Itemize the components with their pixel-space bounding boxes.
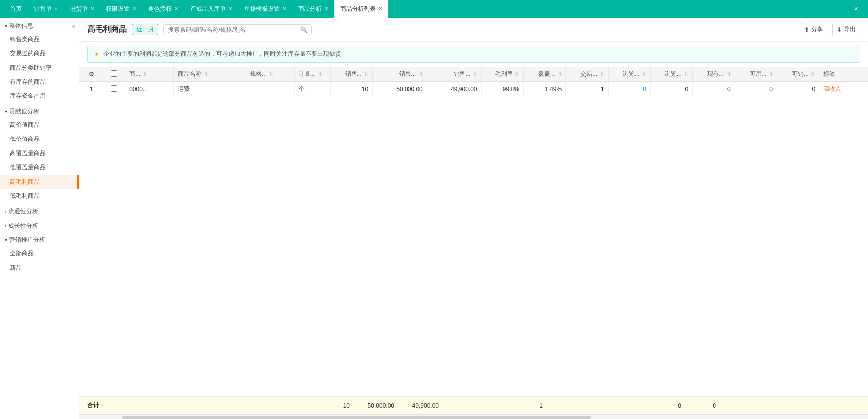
close-tab-goods-analysis-list[interactable]: × — [379, 5, 382, 12]
tab-product-in[interactable]: 产成品入库单 × — [184, 0, 238, 18]
sidebar-item-stock-goods[interactable]: 有库存的商品 — [0, 75, 79, 89]
sort-icon-spec: ⇅ — [269, 71, 273, 77]
cell-spec — [246, 82, 295, 96]
sort-icon-gross: ⇅ — [515, 71, 519, 77]
sort-icon-browse1: ⇅ — [642, 71, 646, 77]
tab-template[interactable]: 单据模板设置 × — [238, 0, 292, 18]
close-tab-goods-analysis[interactable]: × — [325, 5, 328, 12]
settings-icon[interactable]: ⚙ — [89, 71, 94, 78]
search-icon[interactable]: 🔍 — [300, 26, 307, 33]
footer-bar: 合计： 10 50,000.00 49,900.00 1 0 0 — [79, 396, 868, 414]
data-table-wrapper: ⚙ 商... ⇅ 商品名称 ⇅ — [79, 67, 868, 396]
cell-check — [103, 82, 125, 96]
col-header-sale-amt[interactable]: 销售... ⇅ — [373, 67, 427, 82]
sidebar-item-all-goods[interactable]: 全部商品 — [0, 246, 79, 261]
cell-sale-qty: 10 — [330, 82, 372, 96]
close-tab-sales[interactable]: × — [54, 5, 58, 12]
tab-goods-analysis-list[interactable]: 商品分析列表 × — [334, 0, 388, 18]
col-header-unit[interactable]: 计量... ⇅ — [294, 67, 330, 82]
cell-gross: 99.8% — [481, 82, 523, 96]
tab-home[interactable]: 首页 — [4, 0, 28, 18]
col-header-browse1[interactable]: 浏览... ⇅ — [608, 67, 650, 82]
tab-role[interactable]: 角色授权 × — [142, 0, 184, 18]
sort-icon-stock1: ⇅ — [727, 71, 731, 77]
col-header-gross[interactable]: 毛利率 ⇅ — [481, 67, 523, 82]
sort-icon-unit: ⇅ — [318, 71, 322, 77]
col-header-stock1[interactable]: 现有... ⇅ — [693, 67, 735, 82]
select-all-checkbox[interactable] — [111, 70, 117, 77]
group-arrow-circulation: › — [5, 209, 6, 214]
tab-goods-analysis[interactable]: 商品分析 × — [292, 0, 334, 18]
search-input[interactable] — [168, 26, 300, 33]
sidebar-item-low-coverage[interactable]: 低覆盖量商品 — [0, 160, 79, 175]
sidebar-item-stock-capital[interactable]: 库存资金占用 — [0, 89, 79, 103]
close-tab-permission[interactable]: × — [133, 5, 136, 12]
share-button[interactable]: ⬆ 分享 — [800, 23, 827, 36]
close-tab-product-in[interactable]: × — [229, 5, 232, 12]
col-header-code[interactable]: 商... ⇅ — [125, 67, 174, 82]
top-nav: 首页 销售单 × 进货单 × 权限设置 × 角色授权 × 产成品入库单 × 单据… — [0, 0, 868, 18]
horizontal-scrollbar[interactable] — [79, 414, 868, 419]
cell-code: 0000... — [125, 82, 174, 96]
col-header-trade[interactable]: 交易... ⇅ — [566, 67, 608, 82]
cell-num: 1 — [79, 82, 103, 96]
footer-sale-qty: 10 — [319, 402, 354, 409]
col-header-cover[interactable]: 覆盖... ⇅ — [523, 67, 565, 82]
sidebar-item-low-margin[interactable]: 低毛利商品 — [0, 189, 79, 203]
window-close-button[interactable]: × — [848, 5, 864, 13]
col-header-name[interactable]: 商品名称 ⇅ — [173, 67, 246, 82]
table-row: 1 0000... 运费 个 10 50,000.00 49,900.00 99… — [79, 82, 868, 96]
sort-icon-sale-amt: ⇅ — [419, 71, 423, 77]
tab-purchase[interactable]: 进货单 × — [64, 0, 100, 18]
col-header-spec[interactable]: 规格... ⇅ — [246, 67, 295, 82]
cell-name: 运费 — [173, 82, 246, 96]
time-filter-button[interactable]: 近一月 — [132, 24, 158, 35]
cell-stock2: 0 — [735, 82, 777, 96]
footer-stock2: 0 — [651, 402, 685, 409]
sidebar-item-high-coverage[interactable]: 高覆盖量商品 — [0, 146, 79, 161]
share-icon: ⬆ — [804, 26, 809, 33]
sidebar-item-traded-goods[interactable]: 交易过的商品 — [0, 47, 79, 61]
sort-icon-browse2: ⇅ — [684, 71, 688, 77]
tab-sales[interactable]: 销售单 × — [28, 0, 64, 18]
cell-sale-amt: 50,000.00 — [373, 82, 427, 96]
sidebar-group-contribution[interactable]: ▾ 贡献值分析 — [0, 103, 79, 118]
footer-sale-cost: 49,900.00 — [398, 402, 443, 409]
export-button[interactable]: ⬇ 导出 — [832, 23, 860, 36]
sidebar-group-marketing[interactable]: ▾ 营销推广分析 — [0, 232, 79, 246]
footer-trade: 1 — [512, 402, 547, 409]
sidebar-group-overall[interactable]: ▾ 整体信息 — [0, 18, 79, 32]
export-icon: ⬇ — [837, 26, 842, 33]
sidebar-item-high-value[interactable]: 高价值商品 — [0, 118, 79, 132]
close-tab-purchase[interactable]: × — [91, 5, 94, 12]
col-header-sale-cost[interactable]: 销售... ⇅ — [427, 67, 481, 82]
table-header-row: ⚙ 商... ⇅ 商品名称 ⇅ — [79, 67, 868, 82]
close-tab-template[interactable]: × — [283, 5, 286, 12]
sidebar-group-growth[interactable]: › 成长性分析 — [0, 218, 79, 232]
tab-permission[interactable]: 权限设置 × — [100, 0, 142, 18]
cell-browse1[interactable]: 0 — [608, 82, 650, 96]
cell-browse2: 0 — [650, 82, 692, 96]
sidebar-item-low-value[interactable]: 低价值商品 — [0, 132, 79, 146]
close-tab-role[interactable]: × — [175, 5, 178, 12]
scrollbar-thumb[interactable] — [122, 416, 591, 419]
info-banner: ✦ 企业的主要的利润都是这部分商品创造的，可考虑加大推广，同时关注库存量不要出现… — [87, 46, 860, 63]
content-area: 高毛利商品 近一月 🔍 ⬆ 分享 ⬇ 导出 ✦ 企业的主要的利润都是这部分商品创… — [79, 18, 868, 419]
sidebar-item-new-goods[interactable]: 新品 — [0, 261, 79, 275]
footer-label: 合计： — [87, 401, 105, 410]
col-header-browse2[interactable]: 浏览... ⇅ — [650, 67, 692, 82]
sort-icon-stock2: ⇅ — [769, 71, 773, 77]
sidebar-item-category-rate[interactable]: 商品分类助销率 — [0, 61, 79, 75]
sidebar-item-high-margin[interactable]: 高毛利商品 — [0, 175, 79, 189]
cell-tag: 高收入 — [819, 82, 868, 96]
col-header-stock2[interactable]: 可用... ⇅ — [735, 67, 777, 82]
sort-icon-code: ⇅ — [143, 71, 147, 77]
sidebar-item-sales-goods[interactable]: 销售类商品 — [0, 32, 79, 47]
sidebar-group-circulation[interactable]: › 流通性分析 — [0, 203, 79, 218]
col-header-sale-qty[interactable]: 销售... ⇅ — [330, 67, 372, 82]
sidebar-collapse-button[interactable]: « — [72, 22, 76, 30]
info-icon: ✦ — [94, 50, 100, 58]
sort-icon-name: ⇅ — [204, 71, 208, 77]
col-header-stock3[interactable]: 可销... ⇅ — [777, 67, 819, 82]
row-checkbox[interactable] — [111, 85, 117, 92]
